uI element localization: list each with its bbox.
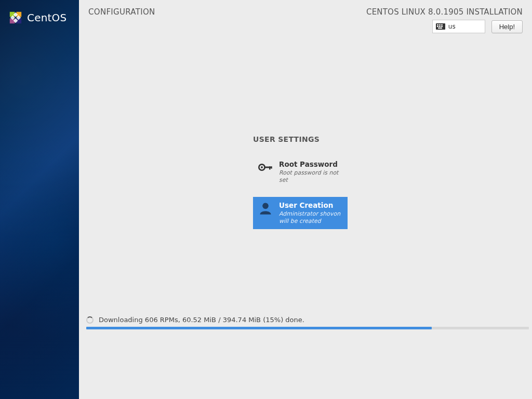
user-settings-section: USER SETTINGS Root Password Root passwor… bbox=[253, 135, 440, 229]
spinner-icon bbox=[86, 316, 94, 324]
brand-name: CentOS bbox=[27, 11, 66, 24]
user-settings-heading: USER SETTINGS bbox=[253, 135, 440, 143]
keyboard-layout-label: us bbox=[448, 23, 456, 30]
keyboard-icon bbox=[436, 23, 445, 30]
progress-bar bbox=[86, 327, 529, 329]
key-icon bbox=[258, 160, 273, 175]
brand: CentOS bbox=[7, 9, 66, 26]
installer-title: CENTOS LINUX 8.0.1905 INSTALLATION bbox=[366, 7, 523, 17]
svg-rect-10 bbox=[264, 167, 272, 168]
page-title: CONFIGURATION bbox=[88, 7, 155, 17]
root-password-status: Root password is not set bbox=[279, 169, 342, 184]
progress-fill bbox=[86, 327, 432, 329]
main-panel: CONFIGURATION CENTOS LINUX 8.0.1905 INST… bbox=[79, 0, 532, 399]
topbar: CONFIGURATION CENTOS LINUX 8.0.1905 INST… bbox=[79, 0, 532, 33]
centos-logo-icon bbox=[7, 9, 24, 26]
user-creation-title: User Creation bbox=[279, 201, 342, 210]
progress-text: Downloading 606 RPMs, 60.52 MiB / 394.74… bbox=[99, 316, 304, 324]
user-creation-tile[interactable]: User Creation Administrator shovon will … bbox=[253, 197, 348, 229]
root-password-tile[interactable]: Root Password Root password is not set bbox=[253, 156, 348, 188]
sidebar: CentOS bbox=[0, 0, 79, 399]
svg-point-13 bbox=[262, 203, 269, 209]
progress-area: Downloading 606 RPMs, 60.52 MiB / 394.74… bbox=[86, 316, 529, 329]
help-button[interactable]: Help! bbox=[491, 20, 523, 33]
svg-rect-11 bbox=[269, 166, 271, 169]
keyboard-layout-indicator[interactable]: us bbox=[432, 20, 485, 33]
user-icon bbox=[258, 201, 273, 216]
root-password-title: Root Password bbox=[279, 160, 342, 169]
svg-point-9 bbox=[261, 166, 263, 168]
user-creation-status: Administrator shovon will be created bbox=[279, 210, 342, 225]
content-area: USER SETTINGS Root Password Root passwor… bbox=[79, 33, 532, 399]
svg-rect-12 bbox=[271, 166, 272, 168]
